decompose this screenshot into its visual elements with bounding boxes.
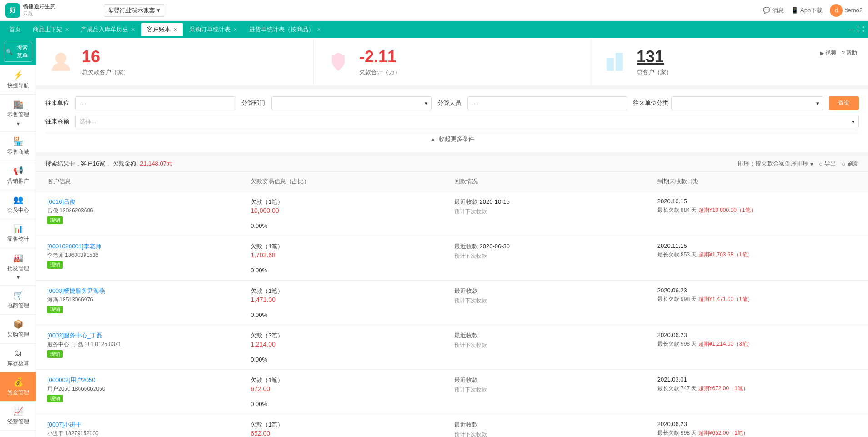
cell-due-info: 2020.10.15 最长欠款 884 天 超期¥10,000.00（1笔） bbox=[656, 197, 859, 215]
overdue-amount-link[interactable]: 超期¥1,214.00（3笔） bbox=[698, 341, 753, 347]
sidebar-item-member[interactable]: 👥 会员中心 bbox=[0, 190, 36, 219]
tab-expand-button[interactable]: ⛶ bbox=[857, 25, 864, 34]
debt-amount: 1,471.00 bbox=[251, 296, 450, 303]
tab-close-icon[interactable]: ✕ bbox=[233, 27, 237, 33]
tab-customer-account[interactable]: 客户账本 ✕ bbox=[141, 23, 183, 36]
debt-count: 欠款（3笔） bbox=[251, 332, 450, 340]
video-button[interactable]: ▶ 视频 bbox=[820, 49, 836, 57]
sidebar-item-quick-nav[interactable]: ⚡ 快捷导航 bbox=[0, 65, 36, 95]
main-content: 16 总欠款客户（家） -2.11 欠款合计（万） bbox=[36, 38, 868, 437]
debt-amount: 672.00 bbox=[251, 385, 450, 392]
message-button[interactable]: 💬 消息 bbox=[763, 6, 784, 15]
overdue-amount-link[interactable]: 超期¥672.00（1笔） bbox=[698, 385, 748, 392]
filter-input-person[interactable]: ··· bbox=[467, 96, 628, 110]
sort-selector[interactable]: 排序：按欠款金额倒序排序 ▾ bbox=[738, 160, 813, 168]
cell-due-info: 2020.06.23 最长欠款 998 天 超期¥1,214.00（3笔） bbox=[656, 331, 859, 349]
svg-rect-2 bbox=[616, 53, 623, 71]
debt-amount: 10,000.00 bbox=[251, 207, 450, 214]
tab-close-icon[interactable]: ✕ bbox=[131, 27, 135, 33]
user-menu[interactable]: d demo2 bbox=[830, 4, 863, 17]
tab-close-icon[interactable]: ✕ bbox=[317, 27, 321, 33]
stat-info-debt-customers: 16 总欠款客户（家） bbox=[82, 47, 302, 76]
sidebar-item-retail-mgmt[interactable]: 🏬 零售管理 ▾ bbox=[0, 95, 36, 132]
sidebar-item-inventory[interactable]: 🗂 库存核算 bbox=[0, 344, 36, 372]
overdue-amount-link[interactable]: 超期¥1,471.00（1笔） bbox=[698, 296, 753, 302]
next-payment: 预计下次收款 bbox=[454, 208, 654, 216]
filter-input-dept[interactable]: ▾ bbox=[271, 96, 432, 110]
customer-name-link[interactable]: [000002]用户2050 bbox=[47, 376, 247, 384]
debt-count: 欠款（1笔） bbox=[251, 198, 450, 206]
company-selector[interactable]: 母婴行业演示账套 ▾ bbox=[104, 4, 164, 17]
customer-name-link[interactable]: [0016]吕俊 bbox=[47, 198, 247, 206]
sidebar-item-retail-stats[interactable]: 📊 零售统计 bbox=[0, 219, 36, 248]
sidebar-item-basic-info[interactable]: ℹ 基础信息 bbox=[0, 431, 36, 437]
app-download-button[interactable]: 📱 App下载 bbox=[791, 6, 823, 15]
customer-name-link[interactable]: [0003]畅捷服务尹海燕 bbox=[47, 287, 247, 295]
search-button[interactable]: 查询 bbox=[829, 96, 859, 110]
refresh-button[interactable]: ○ 刷新 bbox=[842, 160, 859, 168]
collapse-bar[interactable]: ▲ 收起更多条件 bbox=[45, 133, 859, 145]
chevron-down-icon: ▾ bbox=[810, 161, 813, 167]
quick-nav-icon: ⚡ bbox=[13, 70, 23, 80]
filter-select-balance[interactable]: 选择... ▾ bbox=[75, 115, 859, 128]
chevron-down-icon: ▾ bbox=[17, 274, 20, 281]
due-date: 2020.11.15 bbox=[657, 242, 857, 249]
sidebar-item-operations[interactable]: 📈 经营管理 bbox=[0, 402, 36, 431]
tab-close-icon[interactable]: ✕ bbox=[65, 27, 69, 33]
sidebar-item-wholesale[interactable]: 🏭 批发管理 ▾ bbox=[0, 248, 36, 286]
help-icon: ? bbox=[842, 50, 845, 56]
sidebar-item-retail-mall[interactable]: 🏪 零售商城 bbox=[0, 132, 36, 161]
debt-count: 欠款（1笔） bbox=[251, 287, 450, 295]
customer-name-link[interactable]: [0001020001]李老师 bbox=[47, 242, 247, 251]
debt-percent: 0.00% bbox=[251, 356, 450, 363]
tab-product-history[interactable]: 产成品入库单历史 ✕ bbox=[75, 23, 140, 36]
tab-close-icon[interactable]: ✕ bbox=[173, 27, 177, 33]
overdue-amount-link[interactable]: 超期¥652.00（1笔） bbox=[698, 430, 748, 436]
tab-product-listing[interactable]: 商品上下架 ✕ bbox=[27, 23, 75, 36]
due-date: 2020.06.23 bbox=[657, 287, 857, 294]
cell-debt-info: 欠款（3笔） 1,214.00 0.00% bbox=[249, 331, 452, 364]
overdue-amount-link[interactable]: 超期¥1,703.68（1笔） bbox=[698, 251, 753, 258]
stat-value-debt-customers: 16 bbox=[82, 47, 302, 66]
overdue-days: 最长欠款 884 天 超期¥10,000.00（1笔） bbox=[657, 206, 857, 214]
search-menu-button[interactable]: 🔍 搜索菜单 bbox=[4, 42, 32, 62]
marketing-icon: 📢 bbox=[13, 166, 23, 176]
export-button[interactable]: ○ 导出 bbox=[819, 160, 836, 168]
retail-mall-icon: 🏪 bbox=[13, 136, 23, 146]
tab-collapse-button[interactable]: – bbox=[849, 25, 853, 34]
customer-tag: 现销 bbox=[47, 350, 63, 358]
cell-customer-info: [0002]服务中心_丁磊 服务中心_丁磊 181 0125 8371 现销 bbox=[45, 331, 249, 359]
top-bar-right: 💬 消息 📱 App下载 d demo2 bbox=[763, 4, 863, 17]
customer-tag: 现销 bbox=[47, 306, 63, 313]
debt-customers-icon bbox=[47, 48, 75, 75]
customer-name-link[interactable]: [0002]服务中心_丁磊 bbox=[47, 332, 247, 340]
inventory-icon: 🗂 bbox=[14, 348, 22, 358]
table-body: [0016]吕俊 吕俊 13026203696 现销 欠款（1笔） 10,000… bbox=[36, 191, 868, 437]
help-button[interactable]: ? 帮助 bbox=[842, 49, 857, 57]
customer-tag: 现销 bbox=[47, 261, 63, 269]
filter-input-category[interactable]: ▾ bbox=[671, 96, 823, 110]
last-payment: 最近收款2020-06-30 bbox=[454, 242, 654, 251]
debt-amount: 1,703.68 bbox=[251, 251, 450, 259]
overdue-amount-link[interactable]: 超期¥10,000.00（1笔） bbox=[698, 207, 756, 213]
sidebar-item-finance[interactable]: 💰 资金管理 bbox=[0, 372, 36, 402]
filter-input-supplier[interactable]: ··· bbox=[75, 96, 236, 110]
main-layout: 🔍 搜索菜单 ⚡ 快捷导航 🏬 零售管理 ▾ 🏪 零售商城 📢 营销推广 👥 会… bbox=[0, 38, 868, 437]
filter-item-balance: 往来余额 选择... ▾ bbox=[45, 115, 859, 128]
tab-purchase-order[interactable]: 采购订单统计表 ✕ bbox=[184, 23, 243, 36]
sidebar-item-purchase[interactable]: 📦 采购管理 bbox=[0, 315, 36, 344]
tab-purchase-stats[interactable]: 进货单统计表（按商品） ✕ bbox=[244, 23, 326, 36]
sidebar-item-marketing[interactable]: 📢 营销推广 bbox=[0, 161, 36, 190]
sidebar-item-ecommerce[interactable]: 🛒 电商管理 bbox=[0, 286, 36, 315]
customer-tag: 现销 bbox=[47, 216, 63, 224]
customer-phone: 小进干 18279152100 bbox=[47, 430, 247, 437]
table-header: 客户信息 欠款交易信息（占比） 回款情况 到期未收款日期 bbox=[36, 172, 868, 191]
customer-name-link[interactable]: [0007]小进干 bbox=[47, 421, 247, 429]
debt-percent: 0.00% bbox=[251, 222, 450, 229]
overdue-days: 最长欠款 853 天 超期¥1,703.68（1笔） bbox=[657, 251, 857, 259]
cell-customer-info: [0007]小进干 小进干 18279152100 现销 bbox=[45, 420, 249, 437]
stat-label-debt-amount: 欠款合计（万） bbox=[359, 68, 580, 76]
due-date: 2020.06.23 bbox=[657, 332, 857, 338]
stat-info-debt-amount: -2.11 欠款合计（万） bbox=[359, 47, 580, 76]
tab-home[interactable]: 首页 bbox=[4, 23, 26, 36]
